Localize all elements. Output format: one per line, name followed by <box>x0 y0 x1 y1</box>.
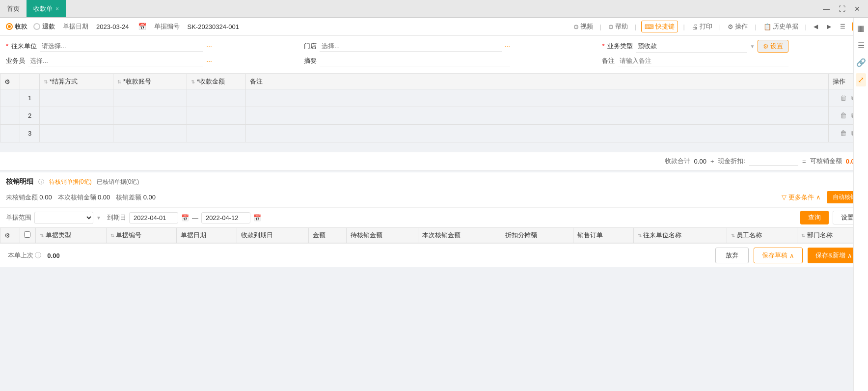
no-value[interactable]: SK-20230324-001 <box>188 23 240 30</box>
divider4: | <box>719 23 721 30</box>
info-icon[interactable]: ⓘ <box>38 178 44 186</box>
prev-btn[interactable]: ◀ <box>812 22 820 31</box>
row3-num: 3 <box>20 125 40 142</box>
sidebar-table-icon[interactable]: ▦ <box>855 22 867 35</box>
row2-note[interactable] <box>246 107 829 125</box>
carry-value: 0.00 <box>47 252 59 259</box>
scope-select[interactable] <box>34 212 93 224</box>
table-row: 3 🗑 ⧉ <box>0 125 868 142</box>
print-icon: 🖨 <box>692 23 698 30</box>
cal-from-icon[interactable]: 📅 <box>181 214 189 222</box>
partner-input[interactable] <box>40 41 204 52</box>
help-btn[interactable]: ⊙ 帮助 <box>606 21 630 32</box>
query-btn[interactable]: 查询 <box>800 211 829 224</box>
bt-col-this: 本次核销金额 <box>418 228 501 243</box>
row3-delete-icon[interactable]: 🗑 <box>840 129 847 137</box>
list-view-btn[interactable]: ☰ <box>838 22 847 31</box>
bt-col-date: 单据日期 <box>177 228 237 243</box>
bt-col-check[interactable] <box>20 228 36 243</box>
pending-tab[interactable]: 待核销单据(0笔) <box>49 178 92 186</box>
store-more-icon[interactable]: ··· <box>505 42 511 50</box>
table-settings-icon[interactable]: ⚙ <box>4 78 10 85</box>
draft-btn[interactable]: 保存草稿 ∧ <box>754 248 803 263</box>
staff-input[interactable] <box>28 56 203 66</box>
bottom-table: ⚙ ⇅ 单据类型 ⇅ 单据编号 <box>0 227 868 243</box>
tab-home[interactable]: 首页 <box>0 0 27 17</box>
divider3: | <box>683 23 684 30</box>
row2-settle[interactable] <box>40 107 113 125</box>
video-btn[interactable]: ⊙ 视频 <box>571 21 595 32</box>
row3-note[interactable] <box>246 125 829 142</box>
refund-radio[interactable]: 退款 <box>33 22 55 31</box>
print-btn[interactable]: 🖨 打印 <box>690 21 714 32</box>
page-wrapper: 收款 退款 单据日期 2023-03-24 📅 单据编号 SK-20230324… <box>0 18 868 391</box>
date-label: 单据日期 <box>63 22 88 31</box>
maximize-btn[interactable]: ⛶ <box>836 4 848 14</box>
close-btn[interactable]: ✕ <box>851 4 863 14</box>
due-from-input[interactable] <box>129 212 178 223</box>
row1-delete-icon[interactable]: 🗑 <box>840 94 847 102</box>
due-to-input[interactable] <box>201 212 250 223</box>
biz-type-value[interactable]: 预收款 <box>636 40 747 53</box>
col-account-header: ⇅ *收款账号 <box>113 74 187 89</box>
abandon-btn[interactable]: 放弃 <box>715 248 749 263</box>
settings-btn[interactable]: ⚙ 设置 <box>758 40 788 53</box>
uncleared-value: 0.00 <box>39 194 52 201</box>
save-new-btn[interactable]: 保存&新增 ∧ <box>808 248 860 263</box>
store-input[interactable] <box>320 41 501 52</box>
done-tab[interactable]: 已核销单据(0笔) <box>97 178 139 186</box>
bt-check-all[interactable] <box>24 231 30 238</box>
offset-section: 核销明细 ⓘ 待核销单据(0笔) 已核销单据(0笔) 未核销金额 0.00 本次… <box>0 170 868 243</box>
date-value[interactable]: 2023-03-24 <box>96 23 129 30</box>
more-conditions-btn[interactable]: ▽ 更多条件 ∧ <box>782 193 821 202</box>
bt-col-pending: 待核销金额 <box>347 228 418 243</box>
remark-input[interactable] <box>618 56 788 66</box>
divider5: | <box>755 23 756 30</box>
summary-input[interactable] <box>320 56 510 66</box>
row2-delete-icon[interactable]: 🗑 <box>840 112 847 119</box>
discount-input[interactable] <box>749 156 798 166</box>
minimize-btn[interactable]: — <box>820 4 833 14</box>
row3-settle[interactable] <box>40 125 113 142</box>
biz-type-chevron[interactable]: ▼ <box>750 44 755 49</box>
bt-settings-icon[interactable]: ⚙ <box>4 232 10 239</box>
sidebar-link-icon[interactable]: 🔗 <box>854 56 868 69</box>
available-label: 可核销金额 <box>810 157 842 166</box>
shortcut-btn[interactable]: ⌨ 快捷键 <box>641 21 678 32</box>
bt-col-type: ⇅ 单据类型 <box>36 228 107 243</box>
receipt-radio[interactable]: 收款 <box>6 22 27 31</box>
row3-amount[interactable] <box>187 125 246 142</box>
row1-settle[interactable] <box>40 89 113 107</box>
sidebar-expand-icon[interactable]: ⤢ <box>856 73 866 86</box>
tab-home-label: 首页 <box>7 4 20 13</box>
row1-account[interactable] <box>113 89 187 107</box>
history-icon: 📋 <box>763 23 771 30</box>
next-btn[interactable]: ▶ <box>825 22 833 31</box>
calendar-icon[interactable]: 📅 <box>138 23 146 30</box>
row2-account[interactable] <box>113 107 187 125</box>
cal-to-icon[interactable]: 📅 <box>253 214 261 222</box>
sidebar-list-icon[interactable]: ☰ <box>856 39 867 52</box>
bottom-table-container: ⚙ ⇅ 单据类型 ⇅ 单据编号 <box>0 227 868 243</box>
section-title: 核销明细 <box>6 177 33 186</box>
row2-amount[interactable] <box>187 107 246 125</box>
history-btn[interactable]: 📋 历史单据 <box>761 21 800 32</box>
no-label: 单据编号 <box>154 22 180 31</box>
toolbar-right: ⊙ 视频 | ⊙ 帮助 | ⌨ 快捷键 | 🖨 打印 | <box>571 21 862 32</box>
divider2: | <box>635 23 636 30</box>
row1-note[interactable] <box>246 89 829 107</box>
bt-col-settings[interactable]: ⚙ <box>0 228 20 243</box>
info-icon-footer[interactable]: ⓘ <box>35 251 41 259</box>
col-settings-header[interactable]: ⚙ <box>0 74 20 89</box>
staff-more-icon[interactable]: ··· <box>206 57 212 65</box>
this-clear-value: 0.00 <box>98 194 110 201</box>
uncleared-label: 未核销金额 0.00 <box>6 193 52 202</box>
row3-account[interactable] <box>113 125 187 142</box>
row1-amount[interactable] <box>187 89 246 107</box>
tab-receipt-close[interactable]: × <box>55 5 59 12</box>
summary-field: 摘要 <box>304 56 510 66</box>
tab-receipt[interactable]: 收款单 × <box>27 0 66 17</box>
bt-col-amount: 金额 <box>309 228 347 243</box>
action-btn[interactable]: ⚙ 操作 <box>726 21 750 32</box>
partner-more-icon[interactable]: ··· <box>206 42 212 50</box>
